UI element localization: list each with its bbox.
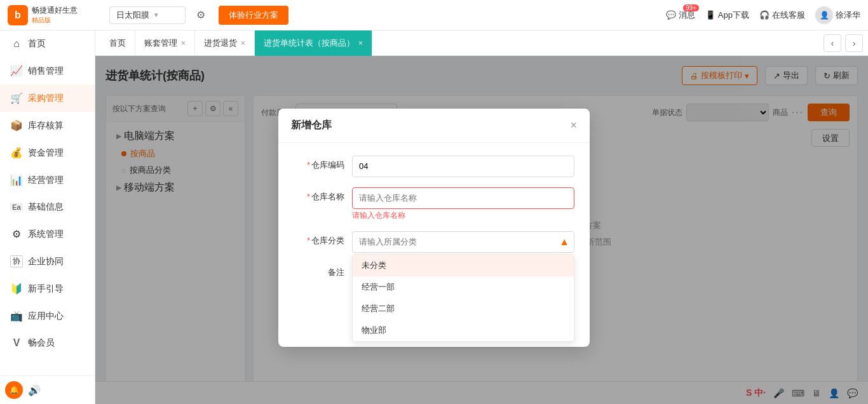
app-download-item[interactable]: 📱 App下载 xyxy=(705,10,749,21)
headset-icon: 🎧 xyxy=(759,10,770,20)
finance-icon: 💰 xyxy=(10,147,23,159)
category-input[interactable] xyxy=(352,231,574,253)
system-icon: ⚙ xyxy=(10,228,23,240)
app-download-icon: 📱 xyxy=(705,10,715,20)
sidebar-item-operations[interactable]: 📊 经营管理 xyxy=(0,166,95,194)
tab-purchase-stats[interactable]: 进货单统计表（按商品） × xyxy=(255,30,372,56)
sidebar-item-enterprise[interactable]: 协 企业协同 xyxy=(0,248,95,275)
sidebar-item-sales[interactable]: 📈 销售管理 xyxy=(0,57,95,84)
message-icon: 💬 xyxy=(666,10,676,20)
sidebar-bottom-sound[interactable]: 🔊 xyxy=(28,384,41,396)
name-field-row: 仓库名称 请输入仓库名称 xyxy=(294,187,574,221)
category-input-wrap: ▲ 未分类 经营一部 经营二部 物业部 xyxy=(352,231,574,253)
modal-title: 新增仓库 xyxy=(291,119,332,132)
tab-prev-icon[interactable]: ‹ xyxy=(824,34,841,52)
sidebar-label-operations: 经营管理 xyxy=(28,175,64,186)
category-field-row: 仓库分类 ▲ 未分类 经营一部 经营二部 物业部 xyxy=(294,231,574,253)
message-badge: 99+ xyxy=(683,4,699,11)
store-selector[interactable]: 日太阳膜 ▾ xyxy=(109,6,186,24)
tab-purchase-stats-close[interactable]: × xyxy=(358,39,363,48)
tab-purchase-return-label: 进货退货 xyxy=(204,37,237,49)
remark-label: 备注 xyxy=(294,263,344,278)
tab-purchase-return-close[interactable]: × xyxy=(241,39,245,48)
page-content: 进货单统计(按商品) 🖨 按模板打印 ▾ ↗ 导出 ↻ 刷新 xyxy=(95,56,868,404)
logo-text: 畅捷通好生意 精品版 xyxy=(32,5,78,25)
tab-bar: 首页 账套管理 × 进货退货 × 进货单统计表（按商品） × ‹ › xyxy=(95,30,868,56)
sidebar-label-home: 首页 xyxy=(28,38,46,50)
content-area: 首页 账套管理 × 进货退货 × 进货单统计表（按商品） × ‹ › xyxy=(95,30,868,404)
user-item[interactable]: 👤 徐泽华 xyxy=(815,6,860,24)
dropdown-item-uncategorized[interactable]: 未分类 xyxy=(353,255,574,276)
app-download-label: App下载 xyxy=(718,10,749,21)
sidebar-label-app-center: 应用中心 xyxy=(28,311,64,322)
header-right: 💬 消息 99+ 📱 App下载 🎧 在线客服 👤 徐泽华 xyxy=(666,6,860,24)
sidebar-item-app-center[interactable]: 📺 应用中心 xyxy=(0,302,95,330)
vip-icon: V xyxy=(10,337,23,349)
store-name: 日太阳膜 xyxy=(116,10,149,21)
code-input-wrap xyxy=(352,156,574,177)
modal-header: 新增仓库 × xyxy=(278,109,590,143)
message-item[interactable]: 💬 消息 99+ xyxy=(666,10,695,21)
code-input[interactable] xyxy=(352,156,574,177)
sidebar-item-vip[interactable]: V 畅会员 xyxy=(0,330,95,356)
tab-accounts[interactable]: 账套管理 × xyxy=(135,30,195,56)
tab-next-icon[interactable]: › xyxy=(845,34,863,52)
logo-icon: b xyxy=(8,5,28,25)
dropdown-item-property[interactable]: 物业部 xyxy=(353,320,574,341)
new-warehouse-modal: 新增仓库 × 仓库编码 仓库名称 xyxy=(278,109,590,347)
name-input-wrap: 请输入仓库名称 xyxy=(352,187,574,221)
sidebar-label-purchase: 采购管理 xyxy=(28,93,64,104)
tab-accounts-close[interactable]: × xyxy=(181,39,186,48)
sidebar-label-enterprise: 企业协同 xyxy=(28,256,64,267)
trial-button[interactable]: 体验行业方案 xyxy=(219,6,288,25)
sidebar-item-system[interactable]: ⚙ 系统管理 xyxy=(0,220,95,248)
avatar: 👤 xyxy=(815,6,833,24)
customer-service-item[interactable]: 🎧 在线客服 xyxy=(759,10,805,21)
app-center-icon: 📺 xyxy=(10,310,23,322)
main-layout: ⌂ 首页 📈 销售管理 🛒 采购管理 📦 库存核算 💰 资金管理 📊 经营管理 … xyxy=(0,30,868,404)
sidebar-label-sales: 销售管理 xyxy=(28,65,64,77)
tab-bar-right: ‹ › xyxy=(824,34,863,52)
sidebar-item-basic-info[interactable]: Ea 基础信息 xyxy=(0,194,95,220)
enterprise-icon: 协 xyxy=(10,255,23,267)
tab-purchase-return[interactable]: 进货退货 × xyxy=(195,30,255,56)
guide-icon: 🔰 xyxy=(10,283,23,295)
name-input[interactable] xyxy=(352,187,574,209)
category-toggle-icon[interactable]: ▲ xyxy=(559,236,569,248)
tab-home-label: 首页 xyxy=(109,37,126,49)
sidebar-label-basic-info: 基础信息 xyxy=(28,201,64,213)
name-label: 仓库名称 xyxy=(294,187,344,203)
sidebar-label-guide: 新手引导 xyxy=(28,283,64,295)
sidebar-item-home[interactable]: ⌂ 首页 xyxy=(0,30,95,57)
settings-icon[interactable]: ⚙ xyxy=(191,5,211,25)
purchase-icon: 🛒 xyxy=(10,92,23,104)
sidebar-label-system: 系统管理 xyxy=(28,229,64,240)
sidebar-item-guide[interactable]: 🔰 新手引导 xyxy=(0,275,95,302)
modal-close-button[interactable]: × xyxy=(570,119,577,131)
sidebar-label-vip: 畅会员 xyxy=(28,337,55,349)
dropdown-item-ops1[interactable]: 经营一部 xyxy=(353,276,574,298)
basic-info-icon: Ea xyxy=(10,203,23,212)
tab-home[interactable]: 首页 xyxy=(100,30,135,56)
category-label: 仓库分类 xyxy=(294,231,344,246)
modal-body: 仓库编码 仓库名称 请输入仓库名称 xyxy=(278,143,590,307)
sidebar-item-finance[interactable]: 💰 资金管理 xyxy=(0,139,95,166)
modal-overlay: 新增仓库 × 仓库编码 仓库名称 xyxy=(95,56,868,404)
logo-area: b 畅捷通好生意 精品版 xyxy=(8,5,103,25)
sidebar-item-purchase[interactable]: 🛒 采购管理 xyxy=(0,84,95,112)
tab-accounts-label: 账套管理 xyxy=(144,37,177,49)
service-label: 在线客服 xyxy=(772,10,805,21)
sidebar-bottom-icon[interactable]: 🔔 xyxy=(5,381,23,399)
operations-icon: 📊 xyxy=(10,174,23,186)
name-error-msg: 请输入仓库名称 xyxy=(352,210,574,221)
dropdown-item-ops2[interactable]: 经营二部 xyxy=(353,298,574,320)
top-header: b 畅捷通好生意 精品版 日太阳膜 ▾ ⚙ 体验行业方案 💬 消息 99+ 📱 … xyxy=(0,0,868,30)
sidebar-label-inventory: 库存核算 xyxy=(28,120,64,131)
home-icon: ⌂ xyxy=(10,38,23,50)
sidebar-item-inventory[interactable]: 📦 库存核算 xyxy=(0,112,95,139)
store-arrow: ▾ xyxy=(154,11,158,19)
code-field-row: 仓库编码 xyxy=(294,156,574,177)
sidebar-bottom: 🔔 🔊 xyxy=(0,375,95,404)
category-dropdown: 未分类 经营一部 经营二部 物业部 xyxy=(352,254,574,342)
username-label: 徐泽华 xyxy=(836,10,860,21)
